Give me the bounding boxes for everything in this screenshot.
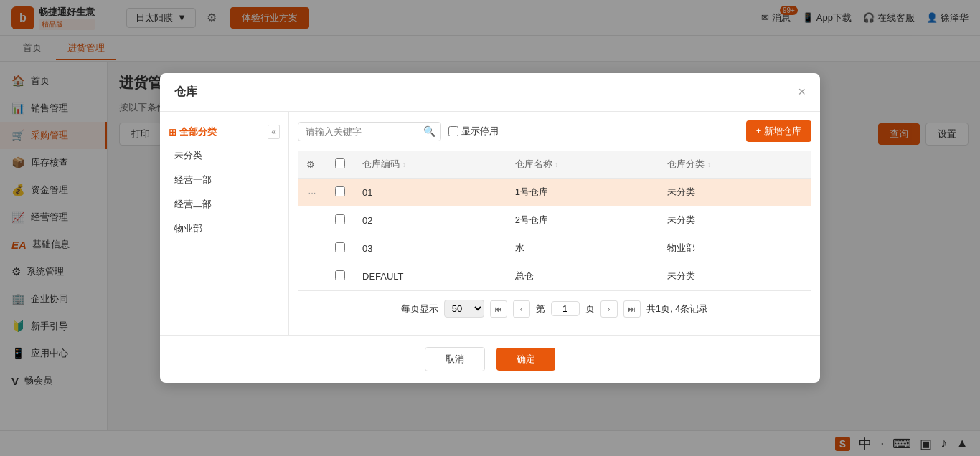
select-all-checkbox[interactable]	[335, 158, 345, 168]
category-item-property[interactable]: 物业部	[160, 217, 288, 241]
col-settings[interactable]: ⚙	[298, 151, 326, 179]
page-label: 第	[536, 303, 545, 315]
row-category: 未分类	[659, 206, 811, 234]
row-code: 03	[354, 234, 507, 262]
row-category: 未分类	[659, 262, 811, 290]
sort-icon-name[interactable]: ↕	[555, 161, 558, 168]
table-row[interactable]: DEFAULT 总仓 未分类	[298, 262, 811, 290]
search-icon[interactable]: 🔍	[423, 125, 435, 137]
col-checkbox	[326, 151, 354, 179]
warehouse-table: ⚙ 仓库编码 ↕ 仓库名称 ↕ 仓库分类 ↕ ··· 01 1号仓库	[298, 151, 811, 290]
category-item-unclassified[interactable]: 未分类	[160, 143, 288, 168]
row-checkbox[interactable]	[326, 262, 354, 290]
col-category: 仓库分类 ↕	[659, 151, 811, 179]
row-name: 2号仓库	[507, 206, 659, 234]
table-row[interactable]: 03 水 物业部	[298, 234, 811, 262]
prev-page-button[interactable]: ‹	[513, 300, 530, 318]
sort-icon-category[interactable]: ↕	[707, 161, 711, 168]
modal-footer: 取消 确定	[160, 335, 820, 383]
confirm-button[interactable]: 确定	[496, 348, 555, 371]
next-page-button[interactable]: ›	[600, 300, 618, 318]
table-row[interactable]: 02 2号仓库 未分类	[298, 206, 811, 234]
grid-icon: ⊞	[169, 127, 176, 138]
col-name: 仓库名称 ↕	[507, 151, 659, 179]
per-page-label: 每页显示	[401, 303, 438, 315]
warehouse-modal: 仓库 × ⊞ 全部分类 « 未分类 经营一部 经营二部 物业部 🔍	[160, 73, 820, 383]
last-page-button[interactable]: ⏭	[623, 300, 641, 318]
row-name: 1号仓库	[507, 179, 659, 206]
row-actions[interactable]	[298, 206, 326, 234]
category-item-dept1[interactable]: 经营一部	[160, 168, 288, 192]
row-actions[interactable]	[298, 262, 326, 290]
first-page-button[interactable]: ⏮	[490, 300, 507, 318]
row-checkbox[interactable]	[326, 206, 354, 234]
total-info: 共1页, 4条记录	[646, 303, 709, 315]
row-checkbox[interactable]	[326, 179, 354, 206]
table-row[interactable]: ··· 01 1号仓库 未分类	[298, 179, 811, 206]
table-toolbar: 🔍 显示停用 + 新增仓库	[298, 120, 811, 142]
modal-body: ⊞ 全部分类 « 未分类 经营一部 经营二部 物业部 🔍 显示停用 + 新增仓库	[160, 112, 820, 335]
col-code: 仓库编码 ↕	[354, 151, 507, 179]
category-panel: ⊞ 全部分类 « 未分类 经营一部 经营二部 物业部	[160, 112, 289, 335]
row-name: 水	[507, 234, 659, 262]
modal-header: 仓库 ×	[160, 73, 820, 112]
show-disabled-label: 显示停用	[448, 125, 499, 138]
modal-close-button[interactable]: ×	[798, 85, 806, 100]
pagination: 每页显示 50 20 100 ⏮ ‹ 第 页 › ⏭ 共1页, 4条记录	[298, 290, 811, 326]
row-code: 02	[354, 206, 507, 234]
page-suffix: 页	[585, 303, 595, 315]
show-disabled-checkbox[interactable]	[448, 126, 458, 136]
search-input[interactable]	[298, 122, 441, 141]
per-page-select[interactable]: 50 20 100	[444, 300, 484, 318]
row-actions[interactable]: ···	[298, 179, 326, 206]
add-warehouse-button[interactable]: + 新增仓库	[746, 120, 811, 142]
row-checkbox[interactable]	[326, 234, 354, 262]
category-all-label: 全部分类	[179, 125, 268, 138]
sort-icon-code[interactable]: ↕	[402, 161, 406, 168]
category-all-header[interactable]: ⊞ 全部分类 «	[160, 120, 288, 143]
row-actions[interactable]	[298, 234, 326, 262]
table-container: ⚙ 仓库编码 ↕ 仓库名称 ↕ 仓库分类 ↕ ··· 01 1号仓库	[298, 151, 811, 290]
category-item-dept2[interactable]: 经营二部	[160, 192, 288, 217]
modal-title: 仓库	[174, 85, 197, 100]
search-wrapper: 🔍	[298, 122, 441, 141]
collapse-button[interactable]: «	[268, 125, 280, 139]
table-panel: 🔍 显示停用 + 新增仓库 ⚙ 仓库编码	[289, 112, 820, 335]
row-name: 总仓	[507, 262, 659, 290]
row-category: 物业部	[659, 234, 811, 262]
row-category: 未分类	[659, 179, 811, 206]
cancel-button[interactable]: 取消	[425, 347, 485, 371]
row-code: 01	[354, 179, 507, 206]
row-code: DEFAULT	[354, 262, 507, 290]
page-number-input[interactable]	[551, 301, 580, 316]
